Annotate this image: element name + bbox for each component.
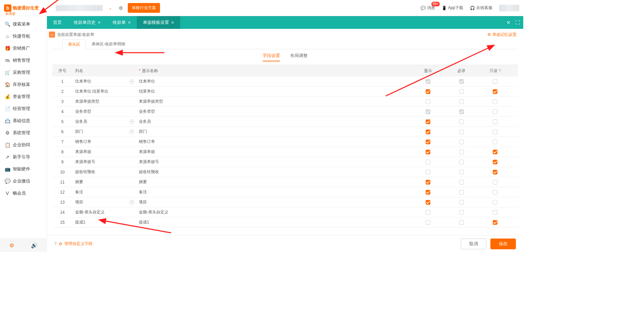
sidebar-item-11[interactable]: ↗新手引导: [0, 151, 47, 163]
sidebar-item-8[interactable]: 📇基础信息: [0, 115, 47, 127]
checkbox[interactable]: [426, 190, 430, 195]
checkbox[interactable]: [493, 190, 497, 195]
close-icon[interactable]: ✕: [171, 20, 174, 25]
collapse-toggle[interactable]: ››: [49, 32, 55, 38]
sidebar-item-5[interactable]: 🏠库存核算: [0, 79, 47, 91]
checkbox[interactable]: [493, 200, 497, 205]
checkbox[interactable]: [493, 170, 497, 174]
speaker-icon[interactable]: 🔊: [31, 242, 38, 249]
user-avatar-blur[interactable]: [499, 5, 519, 11]
checkbox[interactable]: [459, 140, 464, 144]
plus-icon[interactable]: +: [129, 79, 134, 84]
checkbox[interactable]: [459, 99, 464, 104]
sidebar-item-14[interactable]: V畅会员: [0, 187, 47, 199]
checkbox[interactable]: [459, 119, 464, 124]
checkbox[interactable]: [426, 119, 430, 124]
sub-tab-1[interactable]: 布局调整: [290, 53, 308, 61]
checkbox[interactable]: [493, 79, 497, 84]
checkbox[interactable]: [426, 89, 430, 94]
checkbox[interactable]: [459, 170, 464, 174]
checkbox[interactable]: [493, 89, 497, 94]
checkbox[interactable]: [459, 210, 464, 215]
gear-icon[interactable]: ⚙: [9, 242, 14, 249]
sidebar-item-3[interactable]: 🛍销售管理: [0, 54, 47, 66]
sub-tab-0[interactable]: 字段设置: [263, 53, 280, 61]
checkbox[interactable]: [426, 130, 430, 134]
checkbox[interactable]: [426, 220, 430, 225]
customer-service-link[interactable]: 🎧 在线客服: [470, 5, 492, 11]
cell-display[interactable]: 项目: [136, 199, 411, 205]
checkbox[interactable]: [459, 150, 464, 154]
checkbox[interactable]: [426, 150, 430, 154]
sidebar-item-2[interactable]: 🎁营销推广: [0, 42, 47, 54]
manage-custom-fields-link[interactable]: ? ⚙ 管理自定义字段: [54, 241, 93, 247]
checkbox[interactable]: [493, 140, 497, 144]
checkbox[interactable]: [426, 79, 430, 84]
cancel-button[interactable]: 取消: [461, 239, 486, 249]
cell-display[interactable]: 金额-表头自定义: [136, 209, 411, 215]
messages-link[interactable]: 💬 消息 99+: [421, 5, 435, 11]
checkbox[interactable]: [426, 180, 430, 185]
area-tab-1[interactable]: 表体区-收款单明细: [86, 39, 131, 49]
plus-icon[interactable]: +: [129, 200, 134, 205]
sidebar-item-7[interactable]: 📄经营管理: [0, 103, 47, 115]
cell-display[interactable]: 业务类型: [136, 109, 411, 114]
sidebar-item-4[interactable]: 🛒采购管理: [0, 66, 47, 79]
checkbox[interactable]: [459, 79, 464, 84]
checkbox[interactable]: [426, 109, 430, 114]
cell-display[interactable]: 提成1: [136, 219, 411, 225]
checkbox[interactable]: [426, 160, 430, 164]
checkbox[interactable]: [459, 180, 464, 185]
app-download-link[interactable]: 📱 App下载: [442, 5, 463, 11]
tab-1[interactable]: 收款单历史✕: [68, 16, 107, 29]
checkbox[interactable]: [459, 220, 464, 225]
sidebar-item-13[interactable]: 💬企业微信: [0, 175, 47, 187]
gear-icon[interactable]: ⚙: [119, 5, 123, 11]
fullscreen-icon[interactable]: ⛶: [515, 20, 520, 25]
cell-display[interactable]: 备注: [136, 189, 411, 195]
checkbox[interactable]: [426, 99, 430, 104]
checkbox[interactable]: [493, 220, 497, 225]
cell-display[interactable]: 来源单据类型: [136, 99, 411, 104]
cell-display[interactable]: 销售订单: [136, 139, 411, 145]
checkbox[interactable]: [493, 210, 497, 215]
close-tab-icon[interactable]: ✕: [506, 20, 511, 25]
cell-display[interactable]: 来源单据号: [136, 159, 411, 165]
area-tab-0[interactable]: 表头区: [62, 39, 86, 49]
cell-display[interactable]: 业务员: [136, 119, 411, 124]
cell-display[interactable]: 超收转预收: [136, 169, 411, 175]
close-icon[interactable]: ✕: [128, 20, 131, 25]
close-icon[interactable]: ✕: [98, 20, 101, 25]
sidebar-item-12[interactable]: 📺智能硬件: [0, 163, 47, 175]
plus-icon[interactable]: +: [129, 130, 134, 134]
sidebar-item-0[interactable]: 🔍搜索菜单: [0, 18, 47, 30]
checkbox[interactable]: [426, 140, 430, 144]
sidebar-item-10[interactable]: 📋企业协同: [0, 139, 47, 151]
tab-0[interactable]: 首页: [47, 16, 68, 29]
company-selector[interactable]: ⌄: [56, 5, 112, 11]
try-industry-button[interactable]: 体验行业方案: [128, 3, 160, 13]
checkbox[interactable]: [426, 170, 430, 174]
checkbox[interactable]: [426, 210, 430, 215]
sidebar-item-1[interactable]: ⌂快捷导航: [0, 30, 47, 42]
checkbox[interactable]: [493, 119, 497, 124]
tab-3[interactable]: 单据模板设置✕: [137, 16, 180, 29]
checkbox[interactable]: [493, 130, 497, 134]
checkbox[interactable]: [459, 200, 464, 205]
checkbox[interactable]: [493, 99, 497, 104]
cell-display[interactable]: 摘要: [136, 179, 411, 185]
checkbox[interactable]: [459, 130, 464, 134]
help-icon[interactable]: ?: [499, 68, 501, 73]
checkbox[interactable]: [426, 200, 430, 205]
cell-display[interactable]: 往来单位: [136, 79, 411, 84]
cell-display[interactable]: 部门: [136, 129, 411, 135]
sidebar-item-6[interactable]: 💰资金管理: [0, 91, 47, 103]
plus-icon[interactable]: +: [129, 119, 134, 124]
tab-2[interactable]: 收款单✕: [107, 16, 137, 29]
checkbox[interactable]: [493, 150, 497, 154]
checkbox[interactable]: [459, 89, 464, 94]
save-button[interactable]: 保存: [490, 239, 516, 249]
checkbox[interactable]: [459, 190, 464, 195]
cell-display[interactable]: 结算单位: [136, 89, 411, 94]
cell-display[interactable]: 来源单据: [136, 149, 411, 155]
